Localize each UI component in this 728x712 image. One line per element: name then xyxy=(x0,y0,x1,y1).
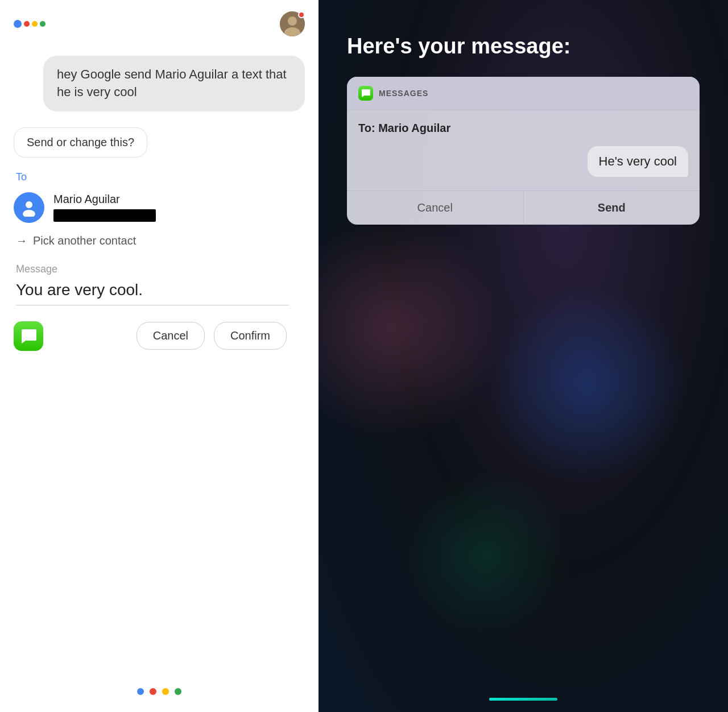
bottom-dot-yellow xyxy=(162,688,169,695)
card-send-button[interactable]: Send xyxy=(523,191,700,225)
svg-point-1 xyxy=(288,16,297,26)
message-bubble: He's very cool xyxy=(588,146,688,177)
bottom-dot-green xyxy=(175,688,181,695)
siri-indicator-bar xyxy=(489,698,557,701)
contact-info: Mario Aguilar xyxy=(53,193,156,222)
siri-heading: Here's your message: xyxy=(347,34,700,59)
messages-icon-svg xyxy=(361,89,370,98)
bg-blob-green xyxy=(400,470,571,641)
messages-label: MESSAGES xyxy=(379,89,428,98)
person-icon xyxy=(20,198,38,217)
messages-app-icon xyxy=(14,321,43,351)
messages-header-icon xyxy=(358,86,373,101)
avatar-notification-badge xyxy=(298,11,305,18)
bottom-dot-blue xyxy=(137,688,144,695)
message-label: Message xyxy=(16,263,289,275)
contact-phone-redacted xyxy=(53,209,156,222)
card-cancel-button[interactable]: Cancel xyxy=(347,191,523,225)
siri-content: Here's your message: MESSAGES To: Mario … xyxy=(318,0,728,225)
pick-another-label: Pick another contact xyxy=(33,234,136,247)
action-row: Cancel Confirm xyxy=(14,321,287,351)
bottom-dots xyxy=(137,688,181,695)
google-dot-green xyxy=(40,21,46,27)
google-dot-yellow xyxy=(32,21,38,27)
card-header: MESSAGES xyxy=(347,77,700,110)
svg-point-4 xyxy=(23,210,35,217)
message-text[interactable]: You are very cool. xyxy=(16,281,289,305)
google-dot-blue xyxy=(14,20,22,28)
card-to: To: Mario Aguilar xyxy=(358,122,688,135)
user-message-bubble: hey Google send Mario Aguilar a text tha… xyxy=(43,56,305,111)
card-actions: Cancel Send xyxy=(347,191,700,225)
message-section: Message You are very cool. xyxy=(16,263,289,305)
contact-avatar-icon xyxy=(14,192,44,223)
pick-another-contact[interactable]: → Pick another contact xyxy=(16,234,136,247)
message-preview-card: MESSAGES To: Mario Aguilar He's very coo… xyxy=(347,77,700,225)
svg-point-3 xyxy=(26,201,32,208)
cancel-button[interactable]: Cancel xyxy=(136,322,205,350)
to-label: To xyxy=(16,171,27,183)
google-dot-red xyxy=(24,21,30,27)
messages-bubble-icon xyxy=(20,328,37,345)
google-assistant-panel: hey Google send Mario Aguilar a text tha… xyxy=(0,0,318,712)
siri-panel: Here's your message: MESSAGES To: Mario … xyxy=(318,0,728,712)
send-or-change-prompt: Send or change this? xyxy=(14,127,147,158)
arrow-icon: → xyxy=(16,234,27,247)
user-avatar-container[interactable] xyxy=(280,11,305,36)
google-logo xyxy=(14,20,46,28)
confirm-button[interactable]: Confirm xyxy=(214,322,287,350)
bottom-dot-red xyxy=(150,688,156,695)
left-header xyxy=(0,0,318,42)
bg-blob-blue xyxy=(488,285,687,484)
contact-name: Mario Aguilar xyxy=(53,193,156,206)
card-body: To: Mario Aguilar He's very cool xyxy=(347,110,700,191)
user-message-text: hey Google send Mario Aguilar a text tha… xyxy=(57,67,287,99)
contact-row: Mario Aguilar xyxy=(14,192,156,223)
